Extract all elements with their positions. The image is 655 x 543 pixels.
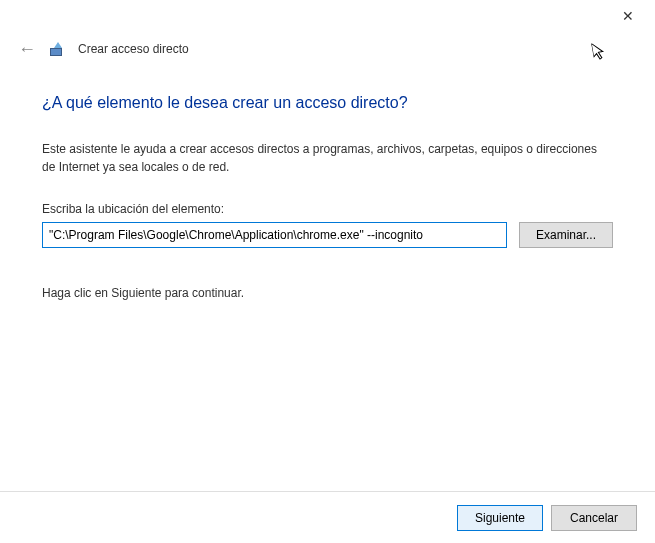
next-button[interactable]: Siguiente bbox=[457, 505, 543, 531]
main-heading: ¿A qué elemento le desea crear un acceso… bbox=[42, 94, 613, 112]
location-input[interactable] bbox=[42, 222, 507, 248]
location-label: Escriba la ubicación del elemento: bbox=[42, 202, 613, 216]
browse-button[interactable]: Examinar... bbox=[519, 222, 613, 248]
cancel-button[interactable]: Cancelar bbox=[551, 505, 637, 531]
content-area: ¿A qué elemento le desea crear un acceso… bbox=[0, 66, 655, 300]
wizard-header: ← Crear acceso directo bbox=[0, 32, 655, 66]
location-row: Examinar... bbox=[42, 222, 613, 248]
close-icon: ✕ bbox=[622, 8, 634, 24]
shortcut-wizard-icon bbox=[50, 42, 64, 56]
continue-hint: Haga clic en Siguiente para continuar. bbox=[42, 286, 613, 300]
wizard-description: Este asistente le ayuda a crear accesos … bbox=[42, 140, 613, 176]
back-arrow-icon[interactable]: ← bbox=[18, 40, 36, 58]
titlebar: ✕ bbox=[0, 0, 655, 32]
wizard-footer: Siguiente Cancelar bbox=[0, 491, 655, 543]
close-button[interactable]: ✕ bbox=[613, 1, 643, 31]
wizard-title: Crear acceso directo bbox=[78, 42, 189, 56]
